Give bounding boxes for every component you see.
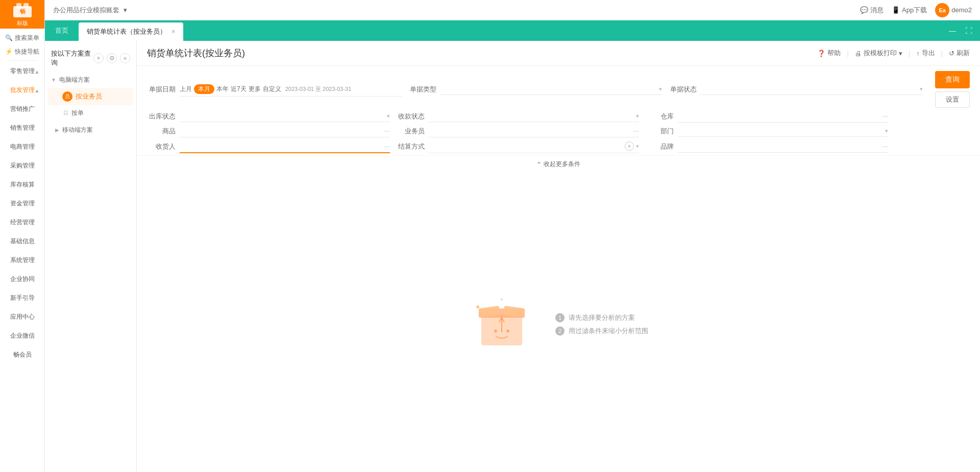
wholesale-arrow: ▲ xyxy=(35,87,40,93)
out-status-input[interactable]: ▾ xyxy=(180,111,390,122)
warehouse-dots: ··· xyxy=(882,112,888,120)
date-btn-more[interactable]: 更多 xyxy=(249,85,261,93)
retail-label: 零售管理 xyxy=(10,67,35,76)
page-title: 销货单统计表(按业务员) xyxy=(147,47,245,65)
search-label[interactable]: 🔍 搜索菜单 xyxy=(5,34,39,41)
logo[interactable]: 畅 标版 xyxy=(0,0,45,29)
goods-input[interactable]: ··· xyxy=(180,125,390,137)
settings-scheme-button[interactable]: ⚙ xyxy=(107,53,117,63)
tab-maximize-button[interactable]: ⛶ xyxy=(962,23,976,38)
page-header: 销货单统计表(按业务员) ❓ 帮助 | 🖨 按模板打印 ▾ | ↑ xyxy=(137,41,980,66)
sidebar-item-operations[interactable]: 经营管理 xyxy=(0,213,45,232)
right-panel: 销货单统计表(按业务员) ❓ 帮助 | 🖨 按模板打印 ▾ | ↑ xyxy=(137,41,980,472)
department-group: 部门 ▾ xyxy=(645,125,888,137)
date-btn-last7[interactable]: 近7天 xyxy=(231,85,247,93)
tab-sales-report[interactable]: 销货单统计表（按业务员） × xyxy=(79,22,183,41)
collapse-panel-button[interactable]: « xyxy=(120,53,130,63)
sidebar-item-newbie[interactable]: 新手引导 xyxy=(0,289,45,308)
inventory-label: 库存核算 xyxy=(10,180,35,189)
sidebar-item-wechat[interactable]: 企业微信 xyxy=(0,326,45,345)
date-filter-group: 单据日期 上月 本月 本年 近7天 更多 自定义 2023-03-01 至 20… xyxy=(147,82,402,97)
date-input[interactable]: 上月 本月 本年 近7天 更多 自定义 2023-03-01 至 2023-03… xyxy=(180,82,402,97)
purchase-label: 采购管理 xyxy=(10,161,35,170)
warehouse-input[interactable]: ··· xyxy=(678,110,888,123)
action-buttons: 查询 设置 xyxy=(935,71,970,108)
user-menu[interactable]: Ea demo2 xyxy=(935,3,972,17)
export-label: 导出 xyxy=(922,49,935,58)
export-button[interactable]: ↑ 导出 xyxy=(916,49,935,58)
settlement-input[interactable]: × ▾ xyxy=(429,139,639,153)
sidebar-item-purchase[interactable]: 采购管理 xyxy=(0,156,45,175)
wholesale-label: 批发管理 xyxy=(10,86,35,95)
date-btn-lastmonth[interactable]: 上月 xyxy=(180,85,192,93)
hint-1-text: 请先选择要分析的方案 xyxy=(569,313,635,322)
sidebar-item-member[interactable]: 畅会员 xyxy=(0,345,45,364)
tree-item-salesperson[interactable]: 员 按业务员 xyxy=(48,88,133,105)
sidebar: 畅 标版 🔍 搜索菜单 ⚡ 快捷导航 零售管理 ▲ 批发管理 ▲ 营销推广 销售… xyxy=(0,0,45,472)
out-status-arrow: ▾ xyxy=(387,113,390,120)
collapse-button[interactable]: ⌃ 收起更多条件 xyxy=(536,160,580,169)
refresh-button[interactable]: ↺ 刷新 xyxy=(949,49,970,58)
tab-minimize-button[interactable]: — xyxy=(945,23,960,38)
date-label: 单据日期 xyxy=(147,85,176,94)
scheme-query-label: 按以下方案查询 xyxy=(51,49,93,67)
content-wrapper: 按以下方案查询 + ⚙ « ▼ 电脑端方案 员 按业务员 ☷ 按 xyxy=(45,41,980,472)
payment-arrow: ▾ xyxy=(636,113,639,120)
desktop-group-header[interactable]: ▼ 电脑端方案 xyxy=(45,73,136,87)
message-icon: 💬 xyxy=(860,6,868,14)
doc-type-input[interactable]: ▾ xyxy=(440,84,663,95)
sidebar-item-appstore[interactable]: 应用中心 xyxy=(0,308,45,326)
doc-status-label: 单据状态 xyxy=(668,85,697,94)
app-download-button[interactable]: 📱 App下载 xyxy=(892,6,927,15)
date-btn-custom[interactable]: 自定义 xyxy=(263,85,281,93)
sidebar-item-enterprise[interactable]: 企业协同 xyxy=(0,270,45,289)
sidebar-item-basic[interactable]: 基础信息 xyxy=(0,232,45,251)
date-btn-thisyear[interactable]: 本年 xyxy=(216,85,229,93)
settings-button[interactable]: 设置 xyxy=(935,91,970,108)
department-input[interactable]: ▾ xyxy=(678,126,888,137)
sidebar-nav[interactable]: ⚡ 快捷导航 xyxy=(0,45,44,59)
svg-point-8 xyxy=(476,305,479,309)
operations-label: 经营管理 xyxy=(10,218,35,227)
sidebar-item-wholesale[interactable]: 批发管理 ▲ xyxy=(0,81,45,100)
payment-status-input[interactable]: ▾ xyxy=(429,111,639,122)
order-label: 按单 xyxy=(71,109,84,117)
help-button[interactable]: ❓ 帮助 xyxy=(817,49,841,58)
payment-status-label: 收款状态 xyxy=(396,112,425,121)
sidebar-item-sales[interactable]: 销售管理 xyxy=(0,119,45,137)
divider-1 xyxy=(7,60,38,61)
settlement-clear-button[interactable]: × xyxy=(625,141,634,151)
date-btn-thismonth[interactable]: 本月 xyxy=(194,84,214,94)
salesperson-icon: 员 xyxy=(62,91,72,102)
brand-input[interactable]: ··· xyxy=(678,140,888,153)
sidebar-item-system[interactable]: 系统管理 xyxy=(0,251,45,270)
breadcrumb-arrow: ▾ xyxy=(124,6,127,14)
tree-sub-order[interactable]: ☷ 按单 xyxy=(45,106,136,121)
sidebar-item-finance[interactable]: 资金管理 xyxy=(0,194,45,213)
system-label: 系统管理 xyxy=(10,256,35,265)
sidebar-item-inventory[interactable]: 库存核算 xyxy=(0,175,45,194)
sidebar-search[interactable]: 🔍 搜索菜单 xyxy=(0,29,44,45)
sidebar-item-retail[interactable]: 零售管理 ▲ xyxy=(0,62,45,81)
message-button[interactable]: 💬 消息 xyxy=(860,6,884,15)
print-button[interactable]: 🖨 按模板打印 ▾ xyxy=(855,49,902,58)
basic-label: 基础信息 xyxy=(10,237,35,246)
collapse-label: 收起更多条件 xyxy=(544,160,580,169)
avatar: Ea xyxy=(935,3,949,17)
empty-hint-1: 1 请先选择要分析的方案 xyxy=(555,313,648,322)
doc-status-input[interactable]: ▾ xyxy=(701,84,923,95)
quick-nav-label[interactable]: ⚡ 快捷导航 xyxy=(5,48,39,55)
receiver-input[interactable]: ··· xyxy=(180,140,390,153)
sidebar-item-marketing[interactable]: 营销推广 xyxy=(0,100,45,119)
sidebar-item-ecommerce[interactable]: 电商管理 xyxy=(0,137,45,156)
salesperson-input[interactable]: ··· xyxy=(429,125,639,137)
query-button[interactable]: 查询 xyxy=(935,71,970,88)
add-scheme-button[interactable]: + xyxy=(93,53,104,63)
mobile-group-header[interactable]: ▶ 移动端方案 xyxy=(45,123,136,137)
ecommerce-label: 电商管理 xyxy=(10,143,35,151)
tab-home[interactable]: 首页 xyxy=(45,20,79,41)
tabbar-actions: — ⛶ xyxy=(945,23,980,38)
svg-rect-1 xyxy=(16,3,21,8)
tab-close-button[interactable]: × xyxy=(172,28,175,35)
date-range-display: 2023-03-01 至 2023-03-31 xyxy=(285,85,352,93)
